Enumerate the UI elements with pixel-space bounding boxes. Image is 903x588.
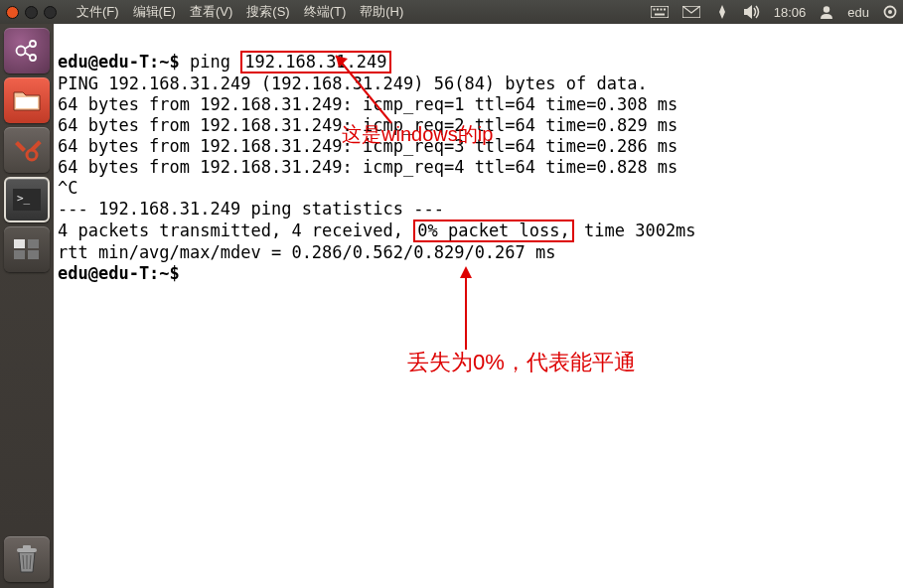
menu-view[interactable]: 查看(V)	[190, 3, 232, 21]
files-icon[interactable]	[4, 77, 50, 123]
arrow-to-loss	[441, 260, 491, 352]
gear-icon[interactable]	[883, 5, 897, 19]
username[interactable]: edu	[847, 5, 869, 20]
svg-point-16	[27, 150, 37, 160]
svg-marker-32	[460, 266, 472, 278]
settings-icon[interactable]	[4, 127, 50, 173]
menu-terminal[interactable]: 终端(T)	[304, 3, 347, 21]
window-buttons	[6, 6, 57, 19]
minimize-button[interactable]	[25, 6, 38, 19]
svg-rect-2	[657, 9, 659, 11]
svg-rect-21	[28, 239, 39, 248]
output-line: PING 192.168.31.249 (192.168.31.249) 56(…	[58, 74, 648, 93]
output-line: ^C	[58, 178, 77, 198]
annotation-ip: 这是windows的ip	[342, 124, 493, 145]
menu-file[interactable]: 文件(F)	[76, 3, 119, 21]
terminal-icon[interactable]: >_	[4, 177, 50, 222]
terminal-output[interactable]: edu@edu-T:~$ ping 192.168.31.249 PING 19…	[54, 24, 903, 588]
command-text: ping	[190, 52, 240, 72]
svg-point-10	[17, 47, 26, 56]
unity-launcher: >_	[0, 24, 54, 588]
svg-point-7	[824, 6, 829, 12]
svg-point-11	[30, 41, 36, 47]
svg-rect-25	[23, 545, 31, 549]
svg-rect-15	[16, 97, 38, 108]
output-line: 64 bytes from 192.168.31.249: icmp_req=1…	[58, 94, 677, 114]
workspace-icon[interactable]	[4, 226, 50, 272]
dash-icon[interactable]	[4, 28, 50, 74]
output-line: 64 bytes from 192.168.31.249: icmp_req=4…	[58, 157, 677, 177]
user-icon	[820, 5, 833, 19]
svg-rect-0	[651, 6, 669, 18]
svg-rect-1	[653, 9, 655, 11]
svg-point-9	[888, 10, 892, 14]
menu-search[interactable]: 搜索(S)	[246, 3, 289, 21]
svg-rect-23	[28, 250, 39, 259]
output-line: --- 192.168.31.249 ping statistics ---	[58, 199, 444, 219]
menu-help[interactable]: 帮助(H)	[360, 3, 403, 21]
svg-line-14	[25, 53, 31, 57]
menu-edit[interactable]: 编辑(E)	[133, 3, 176, 21]
system-tray: 18:06 edu	[651, 5, 897, 20]
output-line: rtt min/avg/max/mdev = 0.286/0.562/0.829…	[58, 242, 556, 262]
svg-rect-20	[14, 239, 25, 248]
close-button[interactable]	[6, 6, 19, 19]
svg-point-12	[30, 55, 36, 61]
svg-line-13	[25, 46, 31, 50]
output-line: time 3002ms	[574, 220, 696, 240]
maximize-button[interactable]	[44, 6, 57, 19]
packet-loss-highlight: 0% packet loss,	[413, 220, 574, 242]
clock[interactable]: 18:06	[774, 5, 807, 20]
mail-icon[interactable]	[682, 6, 700, 18]
ip-highlight: 192.168.31.249	[240, 51, 390, 74]
annotation-loss: 丢失为0%，代表能平通	[407, 352, 636, 372]
svg-rect-4	[664, 9, 666, 11]
prompt: edu@edu-T:~$	[58, 263, 190, 283]
svg-rect-22	[14, 250, 25, 259]
network-icon[interactable]	[714, 5, 730, 19]
svg-rect-5	[655, 14, 665, 16]
volume-icon[interactable]	[744, 5, 760, 19]
menubar: 文件(F) 编辑(E) 查看(V) 搜索(S) 终端(T) 帮助(H) 18:0…	[0, 0, 903, 24]
prompt: edu@edu-T:~$	[58, 52, 190, 72]
output-line: 4 packets transmitted, 4 received,	[58, 220, 413, 240]
svg-text:>_: >_	[17, 192, 31, 205]
svg-rect-3	[660, 9, 662, 11]
trash-icon[interactable]	[4, 536, 50, 582]
keyboard-icon[interactable]	[651, 6, 669, 18]
